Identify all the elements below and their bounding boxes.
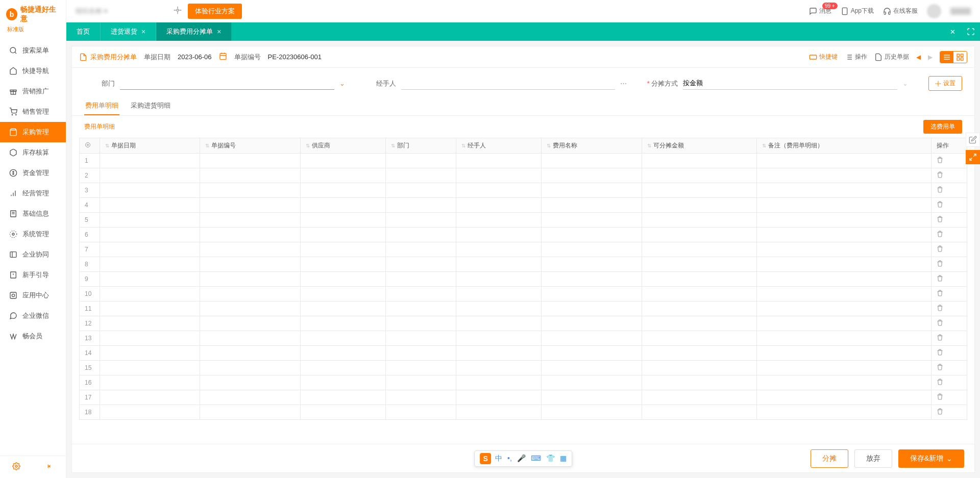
sidebar-collapse-btn[interactable]	[33, 456, 66, 478]
table-row[interactable]: 16	[80, 375, 967, 390]
trash-icon[interactable]	[937, 291, 943, 298]
shortcut-link[interactable]: 快捷键	[809, 53, 838, 61]
tab-close-all-btn[interactable]: ✕	[943, 22, 962, 41]
org-selector[interactable]: 组织名称 ▾	[76, 7, 167, 16]
select-expense-button[interactable]: 选费用单	[923, 120, 962, 134]
ime-lang[interactable]: 中	[495, 454, 502, 463]
save-new-button[interactable]: 保存&新增 ⌄	[898, 449, 964, 468]
trash-icon[interactable]	[937, 306, 943, 313]
table-row[interactable]: 5	[80, 213, 967, 228]
table-row[interactable]: 12	[80, 316, 967, 331]
prev-doc-btn[interactable]: ◀	[916, 54, 921, 61]
ime-keyboard-icon[interactable]: ⌨	[531, 454, 541, 463]
tab-1[interactable]: 进货退货×	[101, 22, 156, 41]
sidebar-item-7[interactable]: 经营管理	[0, 183, 66, 204]
ime-tool-icon[interactable]: ▦	[560, 454, 567, 463]
operate-link[interactable]: 操作	[845, 53, 867, 61]
calendar-icon[interactable]	[219, 52, 227, 62]
trash-icon[interactable]	[937, 365, 943, 372]
table-row[interactable]: 6	[80, 228, 967, 242]
online-service-btn[interactable]: 在线客服	[883, 7, 918, 15]
sidebar-item-12[interactable]: 应用中心	[0, 285, 66, 306]
trash-icon[interactable]	[937, 202, 943, 209]
trash-icon[interactable]	[937, 320, 943, 328]
table-row[interactable]: 1	[80, 154, 967, 168]
rail-expand-btn[interactable]	[966, 150, 980, 164]
more-icon[interactable]: ⋯	[620, 80, 627, 87]
sidebar-settings-btn[interactable]	[0, 456, 33, 478]
col-5[interactable]: ⇅费用名称	[542, 138, 642, 154]
rail-edit-btn[interactable]	[966, 133, 980, 147]
sidebar-item-13[interactable]: 企业微信	[0, 306, 66, 326]
tab-2[interactable]: 采购费用分摊单×	[156, 22, 232, 41]
table-row[interactable]: 17	[80, 390, 967, 405]
table-row[interactable]: 14	[80, 346, 967, 361]
handler-input[interactable]	[401, 78, 615, 90]
close-icon[interactable]: ×	[217, 28, 221, 36]
history-link[interactable]: 历史单据	[874, 53, 909, 61]
avatar[interactable]	[927, 4, 941, 18]
messages-btn[interactable]: 消息 99 +	[809, 7, 831, 15]
date-value[interactable]: 2023-06-06	[178, 53, 212, 61]
industry-solution-btn[interactable]: 体验行业方案	[188, 4, 242, 19]
col-0[interactable]: ⇅单据日期	[100, 138, 200, 154]
sidebar-item-5[interactable]: 库存核算	[0, 142, 66, 163]
trash-icon[interactable]	[937, 394, 943, 401]
sidebar-item-9[interactable]: 系统管理	[0, 224, 66, 244]
table-row[interactable]: 10	[80, 287, 967, 301]
col-3[interactable]: ⇅部门	[385, 138, 456, 154]
ime-punct-icon[interactable]: •,	[507, 454, 512, 463]
dept-input[interactable]	[120, 78, 334, 90]
trash-icon[interactable]	[937, 335, 943, 342]
fullscreen-btn[interactable]	[962, 22, 980, 41]
sidebar-item-6[interactable]: 资金管理	[0, 163, 66, 183]
close-icon[interactable]: ×	[141, 28, 145, 36]
sidebar-item-14[interactable]: 畅会员	[0, 326, 66, 346]
table-row[interactable]: 13	[80, 331, 967, 346]
table-row[interactable]: 11	[80, 301, 967, 316]
ime-skin-icon[interactable]: 👕	[546, 454, 555, 463]
discard-button[interactable]: 放弃	[854, 449, 892, 468]
table-row[interactable]: 15	[80, 361, 967, 375]
settings-button[interactable]: 设置	[928, 76, 962, 91]
trash-icon[interactable]	[937, 187, 943, 194]
ime-toolbar[interactable]: S 中 •, 🎤 ⌨ 👕 ▦	[474, 450, 572, 467]
trash-icon[interactable]	[937, 232, 943, 239]
col-1[interactable]: ⇅单据编号	[200, 138, 300, 154]
gear-icon[interactable]	[174, 6, 182, 16]
col-4[interactable]: ⇅经手人	[456, 138, 542, 154]
table-row[interactable]: 4	[80, 198, 967, 213]
table-row[interactable]: 18	[80, 405, 967, 420]
trash-icon[interactable]	[937, 172, 943, 180]
chevron-down-icon[interactable]: ⌄	[902, 80, 908, 87]
col-2[interactable]: ⇅供应商	[300, 138, 385, 154]
subtab-0[interactable]: 费用单明细	[84, 97, 119, 115]
table-row[interactable]: 2	[80, 168, 967, 183]
table-wrap[interactable]: ⇅单据日期⇅单据编号⇅供应商⇅部门⇅经手人⇅费用名称⇅可分摊金额⇅备注（费用单明…	[72, 138, 974, 444]
sidebar-item-1[interactable]: 快捷导航	[0, 61, 66, 81]
trash-icon[interactable]	[937, 158, 943, 165]
table-row[interactable]: 7	[80, 242, 967, 257]
trash-icon[interactable]	[937, 276, 943, 283]
sidebar-item-2[interactable]: 营销推广	[0, 81, 66, 102]
trash-icon[interactable]	[937, 261, 943, 268]
sidebar-item-10[interactable]: 企业协同	[0, 244, 66, 265]
sidebar-item-8[interactable]: 基础信息	[0, 204, 66, 224]
col-6[interactable]: ⇅可分摊金额	[642, 138, 756, 154]
next-doc-btn[interactable]: ▶	[928, 54, 933, 61]
trash-icon[interactable]	[937, 350, 943, 357]
tab-0[interactable]: 首页	[66, 22, 101, 41]
chevron-down-icon[interactable]: ⌄	[339, 80, 345, 87]
app-download-btn[interactable]: App下载	[841, 7, 874, 15]
trash-icon[interactable]	[937, 409, 943, 416]
trash-icon[interactable]	[937, 380, 943, 387]
gear-column[interactable]	[80, 138, 100, 154]
method-input[interactable]	[683, 78, 897, 90]
subtab-1[interactable]: 采购进货明细	[130, 97, 172, 115]
username[interactable]	[950, 8, 971, 15]
sidebar-item-3[interactable]: 销售管理	[0, 102, 66, 122]
view-list-btn[interactable]	[940, 52, 953, 63]
ime-voice-icon[interactable]: 🎤	[517, 454, 526, 463]
col-7[interactable]: ⇅备注（费用单明细）	[757, 138, 932, 154]
view-card-btn[interactable]	[953, 52, 967, 63]
